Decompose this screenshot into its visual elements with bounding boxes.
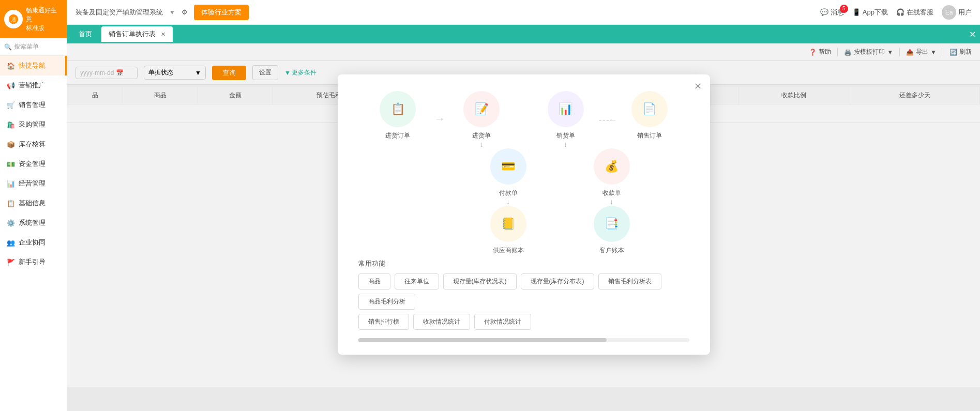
sales-bill-icon[interactable]: 📊 (548, 91, 584, 127)
modal-scrollbar-thumb (358, 338, 607, 342)
down-arrows-row: ↓ ↓ (358, 140, 689, 148)
down-arrow-payment: ↓ (472, 197, 545, 206)
flow-col-receipt: 💰 收款单 (576, 148, 648, 197)
cart-icon: 🛒 (6, 100, 16, 110)
main-content: 装备及固定资产辅助管理系统 ▼ ⚙ 体验行业方案 💬 消息 5 📱 App下载 … (67, 0, 980, 411)
purchase-order-label: 进货订单 (385, 131, 410, 140)
common-funcs-btns: 商品 往来单位 现存量(库存状况表) 现存量(库存分布表) 销售毛利分析表 商品… (358, 273, 689, 310)
sidebar-item-quick-nav[interactable]: 🏠 快捷导航 (0, 56, 67, 75)
app-download-btn[interactable]: 📱 App下载 (852, 8, 888, 17)
online-support-btn[interactable]: 🎧 在线客服 (896, 8, 933, 17)
func-btn-sales-gross[interactable]: 销售毛利分析表 (598, 273, 661, 290)
user-menu[interactable]: Ea 用户 (942, 5, 972, 20)
down-arrows-row-2: ↓ ↓ (358, 197, 689, 206)
logo-text: 畅康通好生意 标准版 (26, 6, 63, 32)
sidebar-item-enterprise[interactable]: 👥 企业协同 (0, 233, 67, 252)
sidebar-nav: 🏠 快捷导航 📢 营销推广 🛒 销售管理 🛍️ 采购管理 📦 库存核算 💵 (0, 56, 67, 411)
customer-ledger-label: 客户账本 (599, 246, 624, 255)
customer-ledger-icon[interactable]: 📑 (594, 206, 630, 242)
system-dropdown-icon[interactable]: ▼ (169, 9, 175, 16)
purchase-order-icon[interactable]: 📋 (380, 91, 416, 127)
experience-btn[interactable]: 体验行业方案 (194, 5, 249, 20)
receipt-bill-icon[interactable]: 💰 (594, 148, 630, 185)
system-name: 装备及固定资产辅助管理系统 (76, 8, 163, 17)
topbar-right: 💬 消息 5 📱 App下载 🎧 在线客服 Ea 用户 (820, 5, 972, 20)
sales-bill-label: 销货单 (556, 131, 575, 140)
flow-chart: 📋 进货订单 → 📝 进货单 (358, 91, 689, 255)
search-icon: 🔍 (4, 43, 12, 51)
flow-col-sales-bill: 📊 销货单 (536, 91, 595, 140)
supplier-ledger-icon[interactable]: 📒 (490, 206, 526, 242)
bag-icon: 🛍️ (6, 120, 16, 129)
modal-close-btn[interactable]: ✕ (694, 81, 702, 92)
func-btn-sales-rank[interactable]: 销售排行榜 (358, 314, 409, 330)
payment-bill-label: 付款单 (499, 189, 518, 197)
spacer-1 (511, 126, 536, 140)
flow-col-purchase-bill: 📝 进货单 (453, 91, 511, 140)
megaphone-icon: 📢 (6, 81, 16, 90)
sidebar-logo: 通 畅康通好生意 标准版 (0, 0, 67, 38)
search-menu[interactable]: 🔍 搜索菜单 (0, 38, 67, 56)
sidebar-item-marketing[interactable]: 📢 营销推广 (0, 75, 67, 95)
func-btn-receipt-stats[interactable]: 收款情况统计 (413, 314, 470, 330)
sidebar-item-operations[interactable]: 📊 经营管理 (0, 174, 67, 193)
supplier-ledger-label: 供应商账本 (493, 246, 524, 255)
box-icon: 📦 (6, 140, 16, 149)
flow-col-sales-order: 📄 销售订单 (620, 91, 679, 140)
mobile-icon: 📱 (852, 8, 861, 16)
func-btn-stock-dist[interactable]: 现存量(库存分布表) (521, 273, 594, 290)
down-arrow-purchase: ↓ (453, 140, 511, 148)
func-btn-stock-status[interactable]: 现存量(库存状况表) (443, 273, 517, 290)
content-area: ❓ 帮助 🖨️ 按模板打印 ▼ 📤 导出 ▼ 🔄 刷 (67, 43, 980, 411)
tab-sales-order-exec[interactable]: 销售订单执行表 ✕ (101, 26, 173, 42)
tab-home[interactable]: 首页 (71, 26, 99, 42)
sidebar-item-sales[interactable]: 🛒 销售管理 (0, 95, 67, 115)
headset-icon: 🎧 (896, 8, 904, 16)
down-arrow-sales: ↓ (536, 140, 595, 148)
settings-icon[interactable]: ⚙ (182, 8, 188, 16)
sidebar-item-system[interactable]: ⚙️ 系统管理 (0, 213, 67, 233)
tabbar-close-btn[interactable]: ✕ (969, 29, 976, 39)
chart-icon: 📊 (6, 179, 16, 188)
modal-scrollbar[interactable] (358, 338, 689, 342)
tab-close-btn[interactable]: ✕ (161, 31, 165, 37)
home-icon: 🏠 (6, 61, 16, 70)
logo-icon: 通 (4, 10, 23, 28)
payment-bill-icon[interactable]: 💳 (490, 148, 526, 185)
message-btn[interactable]: 💬 消息 5 (820, 8, 844, 17)
sidebar-item-basic-info[interactable]: 📋 基础信息 (0, 193, 67, 213)
flow-col-customer-ledger: 📑 客户账本 (576, 206, 648, 255)
dollar-icon: 💵 (6, 159, 16, 169)
flag-icon: 🚩 (6, 257, 16, 267)
sidebar-item-finance[interactable]: 💵 资金管理 (0, 154, 67, 174)
common-funcs: 常用功能 商品 往来单位 现存量(库存状况表) 现存量(库存分布表) 销售毛利分… (358, 259, 689, 330)
gear-icon: ⚙️ (6, 218, 16, 227)
sales-order-label: 销售订单 (637, 131, 662, 140)
flow-col-supplier-ledger: 📒 供应商账本 (472, 206, 545, 255)
func-btn-counterparty[interactable]: 往来单位 (395, 273, 439, 290)
sidebar-item-inventory[interactable]: 📦 库存核算 (0, 134, 67, 154)
common-funcs-btns-2: 销售排行榜 收款情况统计 付款情况统计 (358, 314, 689, 330)
users-icon: 👥 (6, 238, 16, 247)
avatar: Ea (942, 5, 956, 20)
sidebar: 通 畅康通好生意 标准版 🔍 搜索菜单 🏠 快捷导航 📢 营销推广 🛒 销售管理 (0, 0, 67, 411)
topbar: 装备及固定资产辅助管理系统 ▼ ⚙ 体验行业方案 💬 消息 5 📱 App下载 … (67, 0, 980, 25)
quick-nav-modal: ✕ 📋 进货订单 → (338, 74, 710, 355)
func-btn-payment-stats[interactable]: 付款情况统计 (474, 314, 531, 330)
tabbar: 首页 销售订单执行表 ✕ ✕ (67, 25, 980, 43)
svg-text:通: 通 (11, 17, 16, 22)
sales-order-icon[interactable]: 📄 (631, 91, 668, 127)
receipt-bill-label: 收款单 (602, 189, 621, 197)
sidebar-item-purchase[interactable]: 🛍️ 采购管理 (0, 115, 67, 134)
arrow-right-1: → (427, 112, 453, 140)
purchase-bill-icon[interactable]: 📝 (463, 91, 500, 127)
func-btn-product[interactable]: 商品 (358, 273, 390, 290)
message-icon: 💬 (820, 8, 828, 16)
common-funcs-title: 常用功能 (358, 259, 689, 268)
message-badge: 5 (840, 5, 848, 13)
arrow-dashed-left: - - -← (595, 115, 620, 140)
purchase-bill-label: 进货单 (472, 131, 491, 140)
func-btn-product-gross[interactable]: 商品毛利分析 (358, 294, 415, 310)
down-arrow-receipt: ↓ (576, 197, 648, 206)
sidebar-item-newbie[interactable]: 🚩 新手引导 (0, 252, 67, 272)
